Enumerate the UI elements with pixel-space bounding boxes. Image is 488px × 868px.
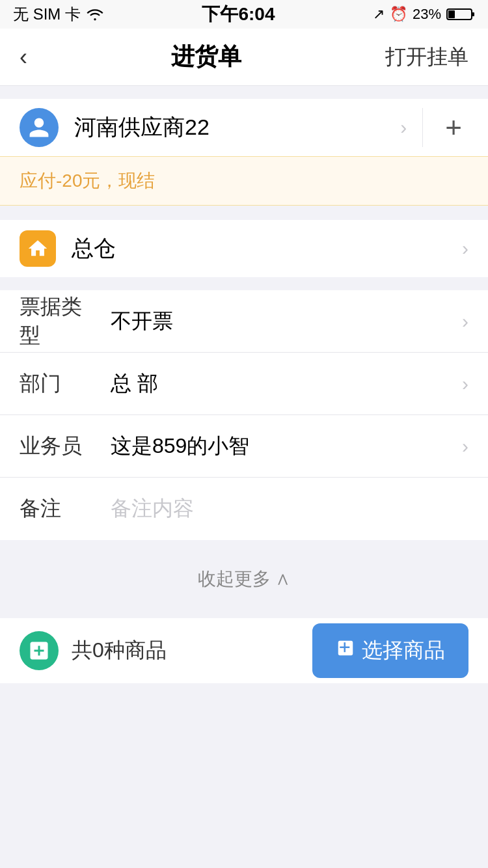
gap-2: [0, 206, 488, 219]
supplier-chevron-icon: ›: [400, 116, 407, 139]
carrier-label: 无 SIM 卡: [13, 4, 81, 25]
divider: [422, 108, 423, 147]
alarm-icon: ⏰: [390, 6, 407, 23]
supplier-row[interactable]: 河南供应商22 › +: [0, 99, 488, 156]
invoice-label: 票据类型: [20, 293, 98, 350]
supplier-section: 河南供应商22 › + 应付-20元，现结: [0, 99, 488, 206]
product-icon: [27, 639, 51, 662]
notice-text: 应付-20元，现结: [20, 170, 155, 191]
supplier-avatar: [20, 108, 59, 147]
product-icon-bg: [20, 631, 59, 670]
status-bar: 无 SIM 卡 下午6:04 ↗ ⏰ 23%: [0, 0, 488, 29]
user-icon: [27, 116, 51, 139]
battery-label: 23%: [413, 6, 441, 23]
product-bar: 共0种商品 选择商品: [0, 618, 488, 683]
remark-label: 备注: [20, 495, 98, 523]
location-icon: ↗: [373, 6, 385, 23]
bottom-gray-area: [0, 683, 488, 865]
warehouse-icon: [27, 237, 49, 260]
collapse-row[interactable]: 收起更多 ∧: [0, 553, 488, 605]
invoice-value: 不开票: [111, 307, 462, 336]
status-left: 无 SIM 卡: [13, 4, 104, 25]
page-title: 进货单: [171, 41, 241, 73]
select-product-icon: [336, 638, 355, 663]
supplier-name: 河南供应商22: [74, 113, 400, 142]
notice-banner: 应付-20元，现结: [0, 156, 488, 206]
remark-input[interactable]: 备注内容: [111, 495, 468, 523]
warehouse-row[interactable]: 总仓 ›: [0, 220, 488, 277]
wifi-icon: [86, 8, 104, 21]
dept-label: 部门: [20, 370, 98, 398]
warehouse-section: 总仓 ›: [0, 220, 488, 277]
dept-row[interactable]: 部门 总 部 ›: [0, 353, 488, 415]
battery-icon: [446, 7, 475, 21]
svg-rect-1: [472, 12, 474, 16]
select-product-button[interactable]: 选择商品: [312, 623, 468, 678]
warehouse-icon-bg: [20, 230, 56, 267]
select-product-label: 选择商品: [362, 636, 445, 665]
sales-label: 业务员: [20, 432, 98, 461]
status-time: 下午6:04: [202, 2, 275, 27]
sales-row[interactable]: 业务员 这是859的小智 ›: [0, 415, 488, 478]
svg-rect-2: [448, 10, 455, 18]
open-pending-button[interactable]: 打开挂单: [385, 43, 468, 72]
sales-value: 这是859的小智: [111, 432, 462, 461]
gap-1: [0, 86, 488, 99]
form-section: 票据类型 不开票 › 部门 总 部 › 业务员 这是859的小智 › 备注 备注…: [0, 290, 488, 540]
back-button[interactable]: ‹: [20, 44, 27, 71]
add-supplier-button[interactable]: +: [439, 111, 468, 144]
product-count-label: 共0种商品: [72, 636, 312, 665]
nav-bar: ‹ 进货单 打开挂单: [0, 29, 488, 86]
collapse-label: 收起更多 ∧: [198, 567, 291, 591]
invoice-row[interactable]: 票据类型 不开票 ›: [0, 290, 488, 353]
dept-value: 总 部: [111, 370, 462, 398]
warehouse-chevron-icon: ›: [462, 237, 468, 260]
status-right: ↗ ⏰ 23%: [373, 6, 475, 23]
dept-chevron-icon: ›: [462, 373, 468, 395]
warehouse-name: 总仓: [72, 234, 462, 264]
remark-row[interactable]: 备注 备注内容: [0, 478, 488, 540]
invoice-chevron-icon: ›: [462, 310, 468, 332]
sales-chevron-icon: ›: [462, 435, 468, 457]
